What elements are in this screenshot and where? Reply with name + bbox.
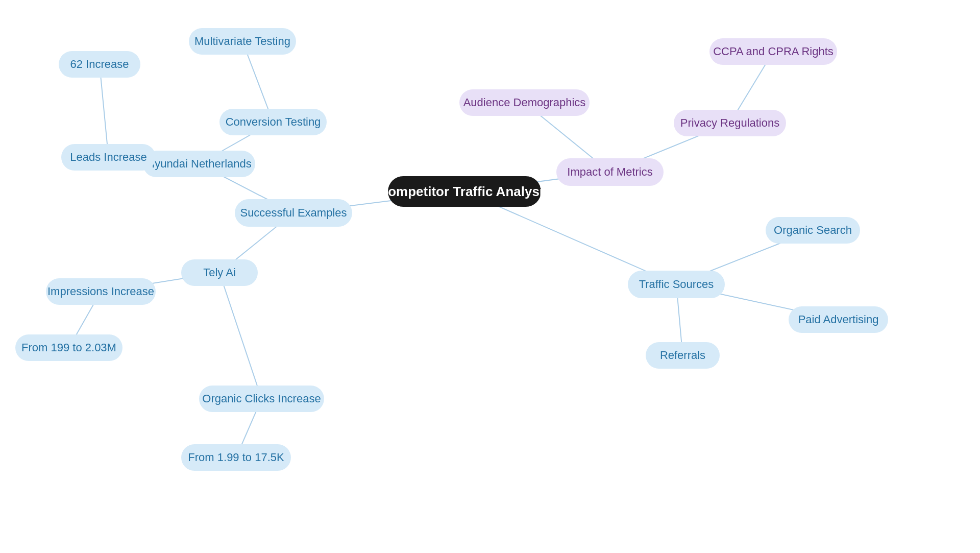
node-traffic_sources[interactable]: Traffic Sources bbox=[628, 271, 725, 298]
node-organic_search[interactable]: Organic Search bbox=[766, 217, 860, 244]
node-paid_advertising[interactable]: Paid Advertising bbox=[789, 306, 888, 333]
node-successful_examples[interactable]: Successful Examples bbox=[235, 199, 352, 227]
node-audience_demo[interactable]: Audience Demographics bbox=[459, 89, 590, 116]
mind-map-container: Competitor Traffic AnalysisSuccessful Ex… bbox=[0, 0, 980, 553]
node-multivariate[interactable]: Multivariate Testing bbox=[189, 28, 296, 55]
node-impact_metrics[interactable]: Impact of Metrics bbox=[556, 158, 664, 186]
svg-line-5 bbox=[100, 64, 109, 157]
node-organic_clicks[interactable]: Organic Clicks Increase bbox=[199, 386, 324, 412]
node-from_199[interactable]: From 199 to 2.03M bbox=[15, 334, 122, 361]
node-ccpa[interactable]: CCPA and CPRA Rights bbox=[709, 38, 837, 65]
node-tely_ai[interactable]: Tely Ai bbox=[181, 259, 258, 286]
node-impressions_increase[interactable]: Impressions Increase bbox=[46, 278, 156, 305]
node-conversion_testing[interactable]: Conversion Testing bbox=[219, 109, 327, 135]
connections-svg bbox=[0, 0, 980, 553]
node-from_199_17k[interactable]: From 1.99 to 17.5K bbox=[181, 444, 291, 471]
node-hyundai[interactable]: Hyundai Netherlands bbox=[143, 151, 255, 177]
node-privacy_reg[interactable]: Privacy Regulations bbox=[674, 110, 786, 136]
node-leads_increase[interactable]: Leads Increase bbox=[61, 144, 156, 171]
node-62_increase[interactable]: 62 Increase bbox=[59, 51, 140, 78]
node-referrals[interactable]: Referrals bbox=[646, 342, 720, 369]
svg-line-9 bbox=[219, 273, 262, 399]
node-center[interactable]: Competitor Traffic Analysis bbox=[388, 176, 541, 207]
